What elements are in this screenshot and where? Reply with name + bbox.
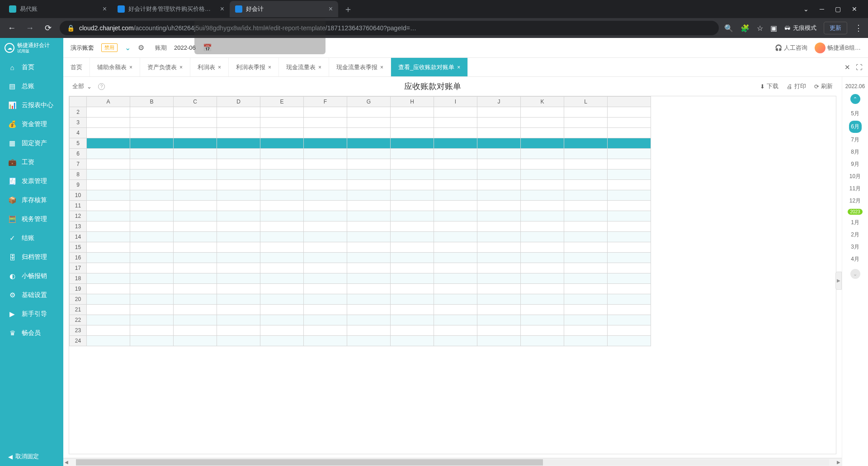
page-tab[interactable]: 现金流量表季报× (329, 58, 391, 76)
grid-cell[interactable] (347, 242, 391, 253)
month-item[interactable]: 8月 (848, 146, 862, 158)
grid-cell[interactable] (217, 284, 260, 294)
grid-cell[interactable] (477, 242, 521, 253)
grid-cell[interactable] (174, 149, 217, 159)
grid-cell[interactable] (564, 263, 608, 273)
grid-cell[interactable] (434, 180, 477, 190)
grid-cell[interactable] (347, 118, 391, 128)
refresh-button[interactable]: ⟳刷新 (814, 82, 833, 90)
tab-close-icon[interactable]: × (329, 5, 333, 13)
grid-cell[interactable] (130, 336, 174, 346)
grid-cell[interactable] (260, 149, 304, 159)
row-header[interactable]: 12 (70, 211, 87, 221)
row-header[interactable]: 7 (70, 159, 87, 169)
grid-cell[interactable] (477, 325, 521, 336)
grid-cell[interactable] (477, 159, 521, 169)
window-minimize-icon[interactable]: ─ (820, 5, 824, 13)
sidebar-item[interactable]: 📦库存核算 (0, 191, 63, 210)
grid-cell[interactable] (87, 336, 130, 346)
month-item[interactable]: 4月 (848, 253, 862, 265)
grid-cell[interactable] (564, 149, 608, 159)
month-item[interactable]: 2月 (848, 229, 862, 241)
grid-cell[interactable] (391, 169, 434, 180)
fullscreen-icon[interactable]: ⛶ (856, 63, 863, 71)
grid-cell[interactable] (217, 232, 260, 242)
update-button[interactable]: 更新 (824, 22, 847, 34)
grid-cell[interactable] (130, 180, 174, 190)
close-all-tabs-icon[interactable]: ✕ (844, 63, 850, 71)
grid-cell[interactable] (130, 118, 174, 128)
grid-cell[interactable] (260, 336, 304, 346)
grid-cell[interactable] (304, 263, 347, 273)
grid-cell[interactable] (434, 253, 477, 263)
grid-cell[interactable] (130, 273, 174, 284)
sidebar-item[interactable]: 🗄归档管理 (0, 248, 63, 267)
tab-close-icon[interactable]: × (380, 64, 383, 71)
month-item[interactable]: 6月 (849, 121, 862, 133)
grid-cell[interactable] (608, 284, 651, 294)
grid-cell[interactable] (391, 118, 434, 128)
grid-cell[interactable] (304, 118, 347, 128)
grid-cell[interactable] (130, 138, 174, 149)
grid-cell[interactable] (521, 118, 564, 128)
tab-close-icon[interactable]: × (268, 64, 271, 71)
sidebar-item[interactable]: 💰资金管理 (0, 115, 63, 134)
grid-cell[interactable] (564, 305, 608, 315)
grid-cell[interactable] (521, 128, 564, 138)
page-tab[interactable]: 资产负债表× (140, 58, 190, 76)
grid-cell[interactable] (304, 107, 347, 118)
grid-cell[interactable] (391, 305, 434, 315)
month-item[interactable]: 12月 (848, 195, 862, 207)
grid-cell[interactable] (564, 159, 608, 169)
grid-cell[interactable] (174, 190, 217, 201)
grid-cell[interactable] (521, 305, 564, 315)
grid-cell[interactable] (217, 159, 260, 169)
grid-cell[interactable] (260, 242, 304, 253)
month-item[interactable]: 10月 (848, 170, 862, 183)
grid-cell[interactable] (608, 294, 651, 305)
grid-cell[interactable] (87, 294, 130, 305)
column-header[interactable]: I (434, 97, 477, 107)
grid-cell[interactable] (564, 201, 608, 211)
grid-cell[interactable] (347, 305, 391, 315)
grid-cell[interactable] (87, 159, 130, 169)
sidebar-item[interactable]: 🧮税务管理 (0, 210, 63, 229)
tab-close-icon[interactable]: × (318, 64, 321, 71)
row-header[interactable]: 10 (70, 190, 87, 201)
grid-cell[interactable] (391, 263, 434, 273)
column-header[interactable]: F (304, 97, 347, 107)
grid-cell[interactable] (174, 107, 217, 118)
grid-cell[interactable] (304, 232, 347, 242)
grid-cell[interactable] (434, 138, 477, 149)
tab-close-icon[interactable]: × (220, 5, 224, 13)
grid-cell[interactable] (434, 336, 477, 346)
scroll-thumb[interactable] (76, 459, 543, 466)
grid-cell[interactable] (477, 211, 521, 221)
grid-cell[interactable] (521, 221, 564, 232)
grid-cell[interactable] (391, 253, 434, 263)
account-dropdown[interactable]: ⌄ (125, 43, 131, 52)
grid-cell[interactable] (217, 242, 260, 253)
grid-cell[interactable] (564, 128, 608, 138)
grid-cell[interactable] (521, 284, 564, 294)
month-item[interactable]: 1月 (848, 217, 862, 229)
new-tab-button[interactable]: ＋ (338, 3, 358, 15)
grid-cell[interactable] (608, 107, 651, 118)
grid-cell[interactable] (608, 159, 651, 169)
sidebar-item[interactable]: 🧾发票管理 (0, 172, 63, 191)
app-logo[interactable]: ☁ 畅捷通好会计 试用版 (0, 38, 63, 58)
grid-cell[interactable] (304, 242, 347, 253)
grid-cell[interactable] (564, 232, 608, 242)
app-icon[interactable]: ▣ (770, 24, 777, 33)
grid-cell[interactable] (477, 138, 521, 149)
grid-cell[interactable] (304, 284, 347, 294)
grid-cell[interactable] (304, 273, 347, 284)
grid-cell[interactable] (260, 221, 304, 232)
grid-cell[interactable] (564, 315, 608, 325)
grid-cell[interactable] (174, 128, 217, 138)
grid-cell[interactable] (521, 159, 564, 169)
grid-cell[interactable] (434, 107, 477, 118)
grid-cell[interactable] (174, 294, 217, 305)
grid-cell[interactable] (260, 294, 304, 305)
grid-cell[interactable] (391, 232, 434, 242)
